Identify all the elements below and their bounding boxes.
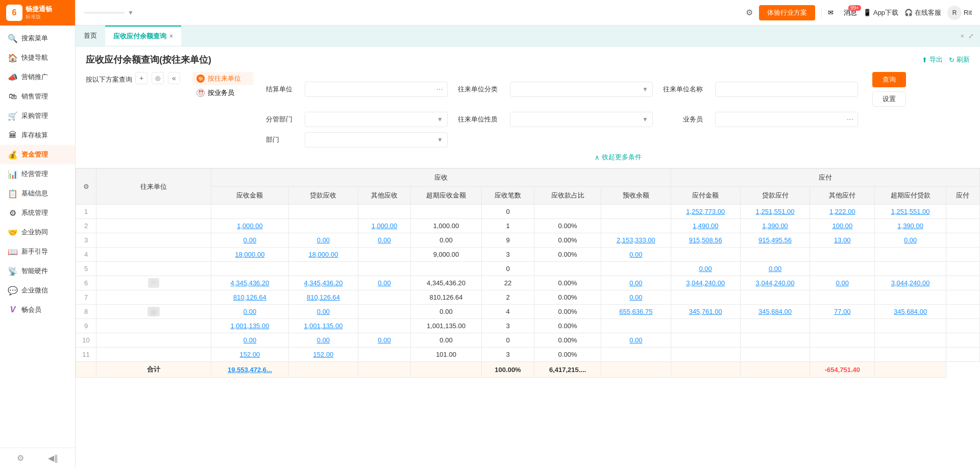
advance-balance[interactable]: 655,636.75 xyxy=(601,305,671,319)
setting-button[interactable]: 设置 xyxy=(872,91,906,107)
scheme-by-salesperson[interactable]: ⏰ 按业务员 xyxy=(192,86,254,100)
other-payable[interactable]: 13.00 xyxy=(810,233,875,248)
loan-payable[interactable]: 1,251,551.00 xyxy=(740,205,810,219)
loan-receivable[interactable]: 152.00 xyxy=(288,348,358,362)
settlement-unit-dots[interactable]: ··· xyxy=(436,85,443,94)
loan-payable[interactable]: 0.00 xyxy=(740,262,810,276)
settlement-unit-field[interactable] xyxy=(309,86,436,93)
other-payable[interactable] xyxy=(810,333,875,348)
other-payable[interactable]: 100.00 xyxy=(810,219,875,233)
overdue-payable[interactable]: 0.00 xyxy=(875,233,946,248)
loan-payable[interactable] xyxy=(740,319,810,333)
scheme-by-partner[interactable]: 畅 按往来单位 xyxy=(192,72,254,85)
scheme-settings-button[interactable]: ◎ xyxy=(152,72,164,84)
payable-amount[interactable]: 3,044,240.00 xyxy=(671,276,740,290)
overdue-payable[interactable]: 345,684.00 xyxy=(875,305,946,319)
loan-receivable[interactable]: 1,001,135.00 xyxy=(288,319,358,333)
sidebar-item-marketing[interactable]: 📣 营销推广 xyxy=(0,67,75,87)
other-payable[interactable] xyxy=(810,319,875,333)
loan-payable[interactable]: 915,495.56 xyxy=(740,233,810,248)
settings-icon[interactable]: ⚙ xyxy=(17,453,24,463)
message-button[interactable]: ✉ 99+ 消息 xyxy=(828,8,857,17)
loan-receivable[interactable] xyxy=(288,262,358,276)
online-service-button[interactable]: 🎧 在线客服 xyxy=(904,8,941,17)
receivable-amount[interactable]: 0.00 xyxy=(211,305,289,319)
other-payable[interactable]: 1,222.00 xyxy=(810,205,875,219)
payable-amount[interactable]: 1,490.00 xyxy=(671,219,740,233)
sidebar-item-operation[interactable]: 📊 经营管理 xyxy=(0,164,75,184)
loan-receivable[interactable]: 0.00 xyxy=(288,305,358,319)
query-button[interactable]: 查询 xyxy=(872,72,906,87)
receivable-amount[interactable]: 0.00 xyxy=(211,233,289,248)
receivable-amount[interactable]: 1,000.00 xyxy=(211,219,289,233)
sidebar-item-search[interactable]: 🔍 搜索菜单 xyxy=(0,29,75,48)
window-close-icon[interactable]: × xyxy=(960,32,964,40)
receivable-amount[interactable]: 152.00 xyxy=(211,348,289,362)
tab-home[interactable]: 首页 xyxy=(76,26,105,45)
overdue-payable[interactable]: 1,251,551.00 xyxy=(875,205,946,219)
payable-amount[interactable] xyxy=(671,319,740,333)
sidebar-item-purchase[interactable]: 🛒 采购管理 xyxy=(0,106,75,126)
other-receivable[interactable] xyxy=(358,290,411,305)
sidebar-item-guide[interactable]: 📖 新手引导 xyxy=(0,242,75,261)
other-receivable[interactable] xyxy=(358,319,411,333)
collapse-icon[interactable]: ◀‖ xyxy=(48,453,58,463)
sidebar-item-quicknav[interactable]: 🏠 快捷导航 xyxy=(0,48,75,67)
receivable-amount[interactable]: 18,000.00 xyxy=(211,248,289,262)
loan-payable[interactable] xyxy=(740,348,810,362)
table-gear-icon[interactable]: ⚙ xyxy=(83,183,89,190)
payable-amount[interactable] xyxy=(671,333,740,348)
sidebar-item-hardware[interactable]: 📡 智能硬件 xyxy=(0,261,75,281)
payable-amount[interactable] xyxy=(671,248,740,262)
overdue-payable[interactable] xyxy=(875,290,946,305)
overdue-payable[interactable] xyxy=(875,248,946,262)
loan-receivable[interactable] xyxy=(288,205,358,219)
sidebar-item-inventory[interactable]: 🏛 库存核算 xyxy=(0,126,75,145)
other-receivable[interactable] xyxy=(358,305,411,319)
advance-balance[interactable] xyxy=(601,205,671,219)
loan-payable[interactable]: 345,684.00 xyxy=(740,305,810,319)
salesperson-input[interactable]: ··· xyxy=(715,112,858,127)
advance-balance[interactable]: 0.00 xyxy=(601,333,671,348)
sidebar-item-wechat[interactable]: 💬 企业微信 xyxy=(0,281,75,300)
overdue-payable[interactable]: 1,390.00 xyxy=(875,219,946,233)
sidebar-item-finance[interactable]: 💰 资金管理 xyxy=(0,145,75,164)
other-payable[interactable]: 77.00 xyxy=(810,305,875,319)
sidebar-item-basic[interactable]: 📋 基础信息 xyxy=(0,184,75,203)
payable-amount[interactable]: 345,761.00 xyxy=(671,305,740,319)
loan-receivable[interactable]: 18,000.00 xyxy=(288,248,358,262)
advance-balance[interactable] xyxy=(601,319,671,333)
receivable-amount[interactable] xyxy=(211,262,289,276)
loan-receivable[interactable]: 0.00 xyxy=(288,333,358,348)
receivable-amount[interactable]: 4,345,436.20 xyxy=(211,276,289,290)
app-download-button[interactable]: 📱 App下载 xyxy=(863,8,898,17)
advance-balance[interactable]: 0.00 xyxy=(601,290,671,305)
overdue-payable[interactable] xyxy=(875,262,946,276)
sidebar-item-sales[interactable]: 🛍 销售管理 xyxy=(0,87,75,106)
salesperson-field[interactable] xyxy=(720,116,847,124)
advance-balance[interactable] xyxy=(601,219,671,233)
payable-amount[interactable]: 0.00 xyxy=(671,262,740,276)
other-receivable[interactable] xyxy=(358,205,411,219)
payable-amount[interactable] xyxy=(671,290,740,305)
collapse-more-button[interactable]: ∧ 收起更多条件 xyxy=(266,153,970,162)
overdue-payable[interactable] xyxy=(875,348,946,362)
other-receivable[interactable] xyxy=(358,262,411,276)
overdue-payable[interactable] xyxy=(875,319,946,333)
advance-balance[interactable]: 0.00 xyxy=(601,248,671,262)
receivable-amount[interactable]: 1,001,135.00 xyxy=(211,319,289,333)
tab-receivable-query[interactable]: 应收应付余额查询 × xyxy=(105,26,181,46)
partner-category-select[interactable]: ▼ xyxy=(510,82,653,97)
overdue-payable[interactable] xyxy=(875,333,946,348)
other-receivable[interactable]: 1,000.00 xyxy=(358,219,411,233)
other-receivable[interactable]: 0.00 xyxy=(358,333,411,348)
advance-balance[interactable]: 2,153,333.00 xyxy=(601,233,671,248)
division-select[interactable]: ▼ xyxy=(305,112,448,127)
salesperson-dots[interactable]: ··· xyxy=(847,115,853,124)
loan-payable[interactable] xyxy=(740,290,810,305)
other-payable[interactable]: 0.00 xyxy=(810,276,875,290)
partner-name-field[interactable] xyxy=(720,86,853,93)
user-profile[interactable]: R Rit xyxy=(947,6,972,20)
receivable-amount[interactable]: 0.00 xyxy=(211,333,289,348)
loan-payable[interactable]: 3,044,240.00 xyxy=(740,276,810,290)
